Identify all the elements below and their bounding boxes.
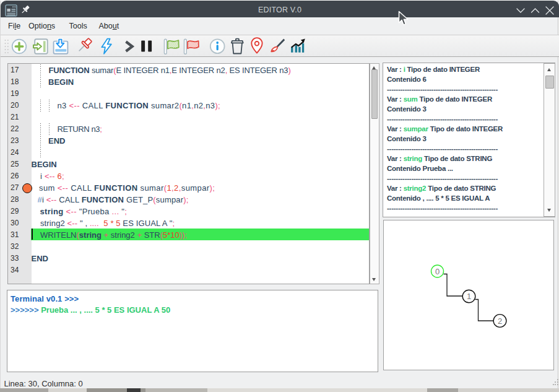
svg-text:0: 0 <box>435 267 440 276</box>
svg-text:2: 2 <box>498 316 502 326</box>
svg-text:1: 1 <box>467 292 471 301</box>
